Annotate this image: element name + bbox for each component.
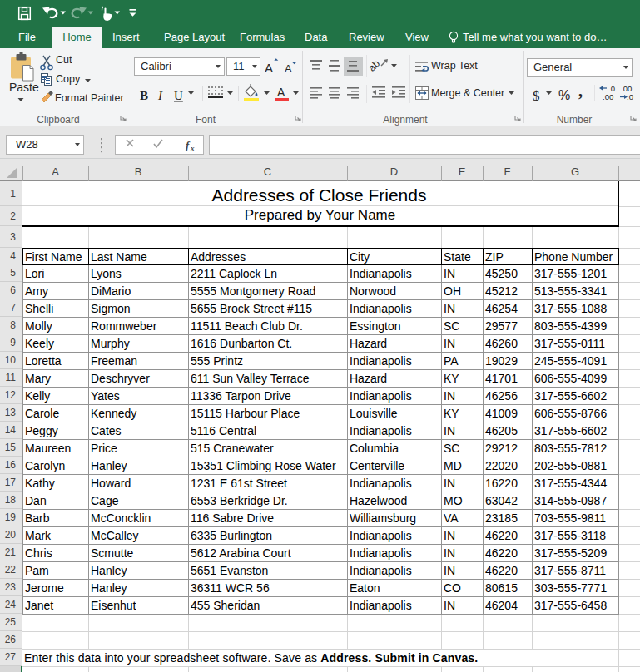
svg-text:A: A bbox=[285, 62, 292, 75]
svg-text:$: $ bbox=[533, 88, 540, 104]
svg-text:U: U bbox=[174, 89, 183, 102]
svg-text:%: % bbox=[558, 88, 570, 102]
svg-text:x: x bbox=[190, 144, 195, 152]
svg-text:A: A bbox=[265, 61, 273, 75]
svg-text:A: A bbox=[277, 86, 285, 99]
svg-text:B: B bbox=[140, 89, 148, 102]
svg-text:I: I bbox=[157, 89, 163, 102]
svg-text:.00: .00 bbox=[603, 92, 613, 101]
svg-text:,: , bbox=[578, 82, 583, 100]
svg-text:ab: ab bbox=[366, 57, 383, 74]
svg-text:.0: .0 bbox=[627, 92, 633, 101]
